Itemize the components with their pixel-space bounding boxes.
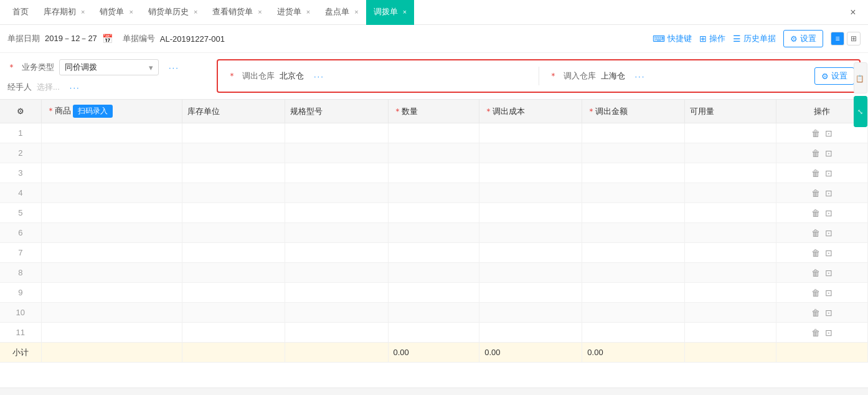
tab-sales[interactable]: 销货单 × (92, 0, 140, 25)
delete-row-button[interactable]: 🗑 (811, 308, 820, 318)
tab-close-stock-init[interactable]: × (81, 8, 85, 16)
cell-goods[interactable] (41, 243, 182, 263)
cell-goods[interactable] (41, 203, 182, 223)
copy-row-button[interactable]: ⊡ (825, 168, 833, 178)
cell-unit[interactable] (182, 243, 285, 263)
history-action[interactable]: ☰ 历史单据 (733, 33, 776, 44)
cell-available[interactable] (685, 123, 776, 143)
cell-cost[interactable] (479, 263, 582, 283)
cell-cost[interactable] (479, 243, 582, 263)
cell-cost[interactable] (479, 163, 582, 183)
scan-button[interactable]: 扫码录入 (73, 105, 113, 118)
cell-goods[interactable] (41, 163, 182, 183)
cell-qty[interactable] (388, 143, 479, 163)
copy-row-button[interactable]: ⊡ (825, 288, 833, 298)
tab-close-sales-history[interactable]: × (194, 8, 197, 16)
delete-row-button[interactable]: 🗑 (811, 148, 820, 158)
delete-row-button[interactable]: 🗑 (811, 128, 820, 138)
shortcut-action[interactable]: ⌨ 快捷键 (653, 33, 692, 44)
cell-amount[interactable] (582, 203, 685, 223)
cell-goods[interactable] (41, 183, 182, 203)
cell-available[interactable] (685, 303, 776, 323)
copy-row-button[interactable]: ⊡ (825, 248, 833, 258)
delete-row-button[interactable]: 🗑 (811, 288, 820, 298)
copy-row-button[interactable]: ⊡ (825, 308, 833, 318)
delete-row-button[interactable]: 🗑 (811, 248, 820, 258)
delete-row-button[interactable]: 🗑 (811, 228, 820, 238)
sidebar-expand-button[interactable]: ⤢ (854, 96, 867, 127)
cell-cost[interactable] (479, 183, 582, 203)
delete-row-button[interactable]: 🗑 (811, 188, 820, 198)
copy-row-button[interactable]: ⊡ (825, 228, 833, 238)
cell-amount[interactable] (582, 323, 685, 343)
cell-available[interactable] (685, 183, 776, 203)
biz-type-more[interactable]: ··· (169, 63, 179, 72)
cell-spec[interactable] (285, 223, 388, 243)
cell-qty[interactable] (388, 123, 479, 143)
cell-goods[interactable] (41, 123, 182, 143)
cell-amount[interactable] (582, 283, 685, 303)
cell-goods[interactable] (41, 283, 182, 303)
warehouse-config-button[interactable]: ⚙ 设置 (814, 67, 854, 85)
cell-unit[interactable] (182, 123, 285, 143)
tab-inventory[interactable]: 盘点单 × (318, 0, 366, 25)
cell-qty[interactable] (388, 283, 479, 303)
tab-sales-history[interactable]: 销货单历史 × (141, 0, 205, 25)
tab-transfer[interactable]: 调拨单 × (366, 0, 414, 25)
window-close-button[interactable]: × (843, 2, 863, 22)
cell-qty[interactable] (388, 243, 479, 263)
cell-cost[interactable] (479, 303, 582, 323)
delete-row-button[interactable]: 🗑 (811, 328, 820, 338)
cell-qty[interactable] (388, 163, 479, 183)
calendar-icon[interactable]: 📅 (102, 34, 113, 44)
cell-available[interactable] (685, 243, 776, 263)
cell-available[interactable] (685, 323, 776, 343)
tab-close-transfer[interactable]: × (403, 8, 407, 16)
cell-spec[interactable] (285, 263, 388, 283)
cell-available[interactable] (685, 203, 776, 223)
cell-qty[interactable] (388, 223, 479, 243)
cell-unit[interactable] (182, 283, 285, 303)
delete-row-button[interactable]: 🗑 (811, 268, 820, 278)
cell-spec[interactable] (285, 283, 388, 303)
in-warehouse-more[interactable]: ··· (635, 72, 646, 81)
cell-goods[interactable] (41, 223, 182, 243)
tab-purchase[interactable]: 进货单 × (270, 0, 318, 25)
cell-amount[interactable] (582, 243, 685, 263)
copy-row-button[interactable]: ⊡ (825, 208, 833, 218)
biz-type-select[interactable]: 同价调拨 ▾ (59, 59, 159, 75)
cell-cost[interactable] (479, 203, 582, 223)
cell-spec[interactable] (285, 303, 388, 323)
cell-cost[interactable] (479, 323, 582, 343)
copy-row-button[interactable]: ⊡ (825, 128, 833, 138)
cell-available[interactable] (685, 263, 776, 283)
cell-amount[interactable] (582, 163, 685, 183)
cell-unit[interactable] (182, 183, 285, 203)
cell-qty[interactable] (388, 303, 479, 323)
cell-spec[interactable] (285, 163, 388, 183)
copy-row-button[interactable]: ⊡ (825, 188, 833, 198)
cell-available[interactable] (685, 163, 776, 183)
cell-qty[interactable] (388, 263, 479, 283)
cell-unit[interactable] (182, 223, 285, 243)
tab-close-inventory[interactable]: × (354, 8, 358, 16)
col-gear[interactable]: ⚙ (0, 100, 41, 123)
cell-available[interactable] (685, 223, 776, 243)
cell-goods[interactable] (41, 323, 182, 343)
cell-unit[interactable] (182, 143, 285, 163)
tab-stock-init[interactable]: 库存期初 × (36, 0, 92, 25)
cell-spec[interactable] (285, 143, 388, 163)
tab-close-sales[interactable]: × (129, 8, 133, 16)
cell-spec[interactable] (285, 243, 388, 263)
cell-available[interactable] (685, 143, 776, 163)
cell-qty[interactable] (388, 203, 479, 223)
sidebar-note-button[interactable]: 📋 (854, 62, 867, 93)
view-list-btn[interactable]: ≡ (831, 32, 844, 45)
person-more[interactable]: ··· (70, 83, 80, 92)
person-placeholder[interactable]: 选择... (37, 82, 60, 93)
cell-goods[interactable] (41, 303, 182, 323)
cell-goods[interactable] (41, 143, 182, 163)
cell-unit[interactable] (182, 303, 285, 323)
cell-spec[interactable] (285, 203, 388, 223)
cell-spec[interactable] (285, 183, 388, 203)
